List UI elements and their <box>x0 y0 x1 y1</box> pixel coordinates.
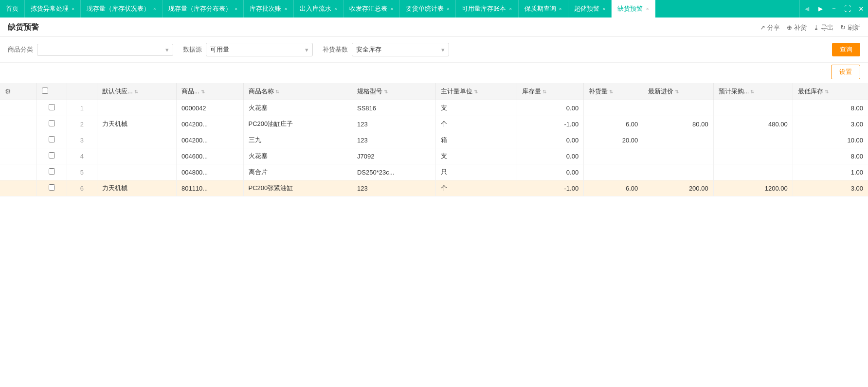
nav-tab-9[interactable]: 保质期查询× <box>519 0 568 18</box>
nav-tab-5[interactable]: 出入库流水× <box>294 0 344 18</box>
row-forecast-0 <box>713 100 793 116</box>
nav-tab-3[interactable]: 现存量（库存分布表）× <box>163 0 244 18</box>
row-num-5: 6 <box>67 180 97 196</box>
query-button[interactable]: 查询 <box>832 43 860 56</box>
nav-tab-label-5: 出入库流水 <box>300 4 331 13</box>
row-check-0[interactable] <box>37 100 67 116</box>
row-supplier-4 <box>97 164 176 180</box>
row-checkbox-2[interactable] <box>49 136 55 142</box>
row-num-2: 3 <box>67 132 97 148</box>
category-filter-group: 商品分类 ▾ <box>8 44 173 56</box>
nav-tab-label-11: 缺货预警 <box>617 4 643 13</box>
category-select[interactable]: ▾ <box>37 44 173 56</box>
base-select[interactable]: 安全库存 ▾ <box>352 43 449 56</box>
nav-tab-label-7: 要货单统计表 <box>406 4 444 13</box>
row-unit-4: 只 <box>435 164 517 180</box>
nav-tab-close-8[interactable]: × <box>509 6 512 12</box>
sort-supplier-icon: ⇅ <box>134 89 138 94</box>
row-price-0 <box>643 100 713 116</box>
row-check-5[interactable] <box>37 180 67 196</box>
row-minstock-1: 3.00 <box>793 116 868 132</box>
header-actions: ↗ 分享 ⊕ 补货 ⤓ 导出 ↻ 刷新 <box>760 23 860 32</box>
row-forecast-1: 480.00 <box>713 116 793 132</box>
row-minstock-5: 3.00 <box>793 180 868 196</box>
th-code: 商品... ⇅ <box>176 83 243 100</box>
nav-tab-1[interactable]: 拣货异常处理× <box>25 0 81 18</box>
nav-tab-close-10[interactable]: × <box>602 6 605 12</box>
row-checkbox-4[interactable] <box>49 168 55 175</box>
row-check-2[interactable] <box>37 132 67 148</box>
settings-gear-icon[interactable]: ⚙ <box>5 88 11 95</box>
nav-prev-arrow[interactable]: ◀ <box>800 0 814 18</box>
nav-tab-8[interactable]: 可用量库存账本× <box>456 0 518 18</box>
nav-tab-close-11[interactable]: × <box>646 6 649 12</box>
datasource-arrow-icon: ▾ <box>305 46 308 53</box>
nav-tab-close-6[interactable]: × <box>390 6 393 12</box>
export-label: 导出 <box>821 23 833 32</box>
nav-tab-close-4[interactable]: × <box>284 6 287 12</box>
nav-tab-close-2[interactable]: × <box>153 6 156 12</box>
row-replenish-2: 20.00 <box>584 132 643 148</box>
row-check-1[interactable] <box>37 116 67 132</box>
nav-tab-6[interactable]: 收发存汇总表× <box>344 0 399 18</box>
row-settings-0 <box>0 100 37 116</box>
export-icon: ⤓ <box>814 24 819 31</box>
nav-tab-label-1: 拣货异常处理 <box>31 4 69 13</box>
row-checkbox-5[interactable] <box>49 184 55 191</box>
th-check <box>37 83 67 100</box>
nav-tab-label-8: 可用量库存账本 <box>462 4 506 13</box>
nav-tab-10[interactable]: 超储预警× <box>568 0 612 18</box>
row-check-3[interactable] <box>37 148 67 164</box>
share-icon: ↗ <box>760 24 765 31</box>
nav-tab-4[interactable]: 库存批次账× <box>244 0 293 18</box>
filter-bar: 商品分类 ▾ 数据源 可用量 ▾ 补货基数 安全库存 ▾ 查询 <box>0 37 868 63</box>
nav-tab-2[interactable]: 现存量（库存状况表）× <box>81 0 162 18</box>
sort-spec-icon: ⇅ <box>384 89 388 94</box>
top-nav: 首页拣货异常处理×现存量（库存状况表）×现存量（库存分布表）×库存批次账×出入库… <box>0 0 868 18</box>
th-minstock: 最低库存 ⇅ <box>793 83 868 100</box>
nav-tab-close-9[interactable]: × <box>559 6 562 12</box>
th-settings: ⚙ <box>0 83 37 100</box>
row-supplier-2 <box>97 132 176 148</box>
row-name-0: 火花塞 <box>243 100 352 116</box>
table-row[interactable]: 1 0000042 火花塞 SS816 支 0.00 8.00 <box>0 100 868 116</box>
row-num-4: 5 <box>67 164 97 180</box>
row-checkbox-1[interactable] <box>49 120 55 126</box>
row-settings-4 <box>0 164 37 180</box>
nav-tab-0[interactable]: 首页 <box>0 0 25 18</box>
base-value: 安全库存 <box>356 45 381 54</box>
nav-minimize-btn[interactable]: － <box>827 0 841 18</box>
datasource-select[interactable]: 可用量 ▾ <box>206 43 313 56</box>
nav-tab-close-7[interactable]: × <box>447 6 450 12</box>
refresh-button[interactable]: ↻ 刷新 <box>840 23 860 32</box>
export-button[interactable]: ⤓ 导出 <box>814 23 833 32</box>
select-all-checkbox[interactable] <box>42 88 48 94</box>
replenish-button[interactable]: ⊕ 补货 <box>787 23 807 32</box>
nav-tab-7[interactable]: 要货单统计表× <box>400 0 456 18</box>
row-check-4[interactable] <box>37 164 67 180</box>
nav-tab-11[interactable]: 缺货预警× <box>612 0 655 18</box>
sort-code-icon: ⇅ <box>201 89 205 94</box>
row-supplier-1: 力天机械 <box>97 116 176 132</box>
page-content: 缺货预警 ↗ 分享 ⊕ 补货 ⤓ 导出 ↻ 刷新 商品分类 <box>0 18 868 387</box>
nav-next-arrow[interactable]: ▶ <box>814 0 827 18</box>
table-row[interactable]: 6 力天机械 801110... PC200张紧油缸 123 个 -1.00 6… <box>0 180 868 196</box>
nav-tab-close-3[interactable]: × <box>235 6 237 12</box>
nav-tab-label-10: 超储预警 <box>574 4 599 13</box>
row-minstock-0: 8.00 <box>793 100 868 116</box>
row-forecast-4 <box>713 164 793 180</box>
table-row[interactable]: 5 004800... 离合片 DS250*23c... 只 0.00 1.00 <box>0 164 868 180</box>
row-checkbox-0[interactable] <box>49 104 55 110</box>
table-row[interactable]: 2 力天机械 004200... PC200油缸庄子 123 个 -1.00 6… <box>0 116 868 132</box>
settings-button[interactable]: 设置 <box>831 65 860 79</box>
sort-stock-icon: ⇅ <box>542 89 546 94</box>
nav-maximize-btn[interactable]: ⛶ <box>841 0 854 18</box>
table-row[interactable]: 4 004600... 火花塞 J7092 支 0.00 8.00 <box>0 148 868 164</box>
share-button[interactable]: ↗ 分享 <box>760 23 780 32</box>
table-row[interactable]: 3 004200... 三九 123 箱 0.00 20.00 10.00 <box>0 132 868 148</box>
nav-tab-close-1[interactable]: × <box>72 6 74 12</box>
nav-tab-close-5[interactable]: × <box>334 6 337 12</box>
row-name-3: 火花塞 <box>243 148 352 164</box>
row-checkbox-3[interactable] <box>49 152 55 158</box>
nav-close-btn[interactable]: ✕ <box>854 0 868 18</box>
